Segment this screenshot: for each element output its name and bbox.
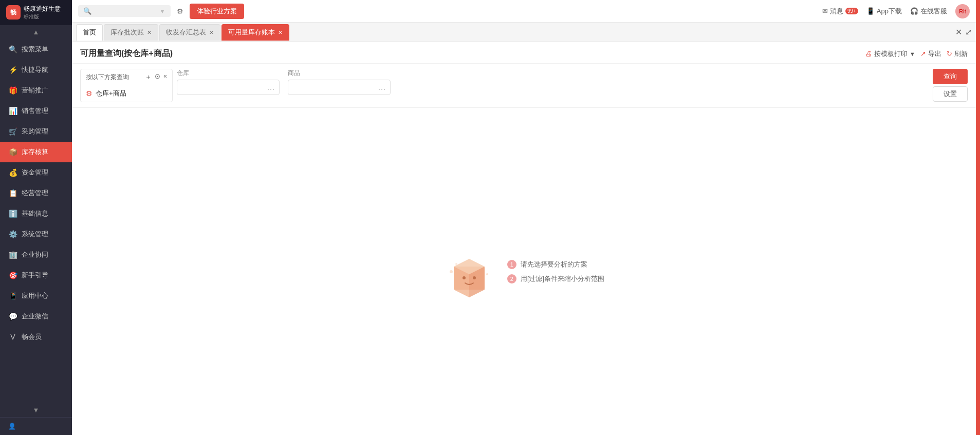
dropdown-arrow-print-icon[interactable]: ▼ (910, 51, 915, 57)
sidebar-item-purchase[interactable]: 🛒 采购管理 (0, 121, 72, 142)
empty-hint-1: 1 请先选择要分析的方案 (507, 260, 604, 269)
app-download-btn[interactable]: 📱 App下载 (866, 7, 902, 16)
sidebar-item-search[interactable]: 🔍 搜索菜单 (0, 39, 72, 60)
trial-btn[interactable]: 体验行业方案 (190, 4, 244, 19)
header-gear-icon[interactable]: ⚙ (175, 5, 186, 17)
app-title: 畅康通好生意 标准版 (24, 5, 61, 20)
sidebar-scroll-down[interactable]: ▼ (0, 403, 72, 417)
settings-scheme-icon[interactable]: ⊙ (155, 72, 160, 82)
sidebar-item-marketing[interactable]: 🎁 营销推广 (0, 80, 72, 101)
dropdown-arrow-icon[interactable]: ▼ (159, 8, 165, 15)
tab-batch-account[interactable]: 库存批次账 ✕ (104, 24, 158, 41)
sidebar-bottom-user[interactable]: 👤 (0, 417, 72, 435)
export-icon: ↗ (920, 50, 926, 58)
scheme-item-warehouse-goods[interactable]: ⚙ 仓库+商品 (81, 85, 172, 102)
sidebar: 畅 畅康通好生意 标准版 ▲ 🔍 搜索菜单 ⚡ 快捷导航 🎁 营销推广 📊 销售… (0, 0, 72, 435)
sidebar-item-system[interactable]: ⚙️ 系统管理 (0, 224, 72, 244)
sidebar-item-inventory[interactable]: 📦 库存核算 (0, 142, 72, 162)
top-header: 🔍 ▼ ⚙ 体验行业方案 ✉ 消息 99+ 📱 App下载 🎧 在线客服 Rit (72, 0, 976, 23)
sidebar-nav: 🔍 搜索菜单 ⚡ 快捷导航 🎁 营销推广 📊 销售管理 🛒 采购管理 📦 库存核… (0, 39, 72, 403)
cart-icon: 🛒 (8, 127, 17, 136)
main-area: 🔍 ▼ ⚙ 体验行业方案 ✉ 消息 99+ 📱 App下载 🎧 在线客服 Rit (72, 0, 976, 435)
wechat-icon: 💬 (8, 312, 17, 320)
sidebar-item-basic-info[interactable]: ℹ️ 基础信息 (0, 203, 72, 224)
svg-point-5 (473, 276, 476, 279)
scheme-item-icon: ⚙ (86, 89, 93, 98)
add-scheme-icon[interactable]: ＋ (145, 72, 152, 82)
building-icon: 🏢 (8, 251, 17, 259)
phone-icon: 📱 (866, 7, 875, 15)
sidebar-item-shortcut[interactable]: ⚡ 快捷导航 (0, 60, 72, 80)
warehouse-more-icon[interactable]: … (267, 83, 275, 92)
sidebar-item-vip[interactable]: V 畅会员 (0, 327, 72, 347)
page-title-actions: 🖨 按模板打印 ▼ ↗ 导出 ↻ 刷新 (865, 49, 968, 59)
scheme-header: 按以下方案查询 ＋ ⊙ « (81, 69, 172, 85)
vip-icon: V (8, 333, 17, 341)
empty-illustration (443, 246, 495, 297)
export-btn[interactable]: ↗ 导出 (920, 49, 941, 59)
empty-hints: 1 请先选择要分析的方案 2 用[过滤]条件来缩小分析范围 (507, 260, 604, 283)
query-btn[interactable]: 查询 (933, 69, 968, 84)
search-icon: 🔍 (8, 45, 17, 53)
message-btn[interactable]: ✉ 消息 99+ (822, 7, 858, 16)
sidebar-item-finance[interactable]: 💰 资金管理 (0, 162, 72, 183)
filter-group-goods: 商品 … (288, 69, 391, 95)
sidebar-scroll-up[interactable]: ▲ (0, 25, 72, 39)
tab-window-expand-btn[interactable]: ⤢ (965, 27, 972, 37)
tab-close-batch-account[interactable]: ✕ (147, 29, 152, 36)
svg-point-4 (463, 276, 466, 279)
sidebar-item-enterprise-wechat[interactable]: 💬 企业微信 (0, 306, 72, 327)
chart-icon: 📊 (8, 107, 17, 115)
money-icon: 💰 (8, 168, 17, 177)
empty-state: 1 请先选择要分析的方案 2 用[过滤]条件来缩小分析范围 (72, 108, 976, 435)
gift-icon: 🎁 (8, 86, 17, 94)
refresh-btn[interactable]: ↻ 刷新 (947, 49, 968, 59)
tab-window-close-btn[interactable]: ✕ (955, 27, 962, 37)
search-icon-header: 🔍 (83, 7, 91, 15)
tab-home[interactable]: 首页 (76, 24, 103, 41)
sidebar-item-newcomer[interactable]: 🎯 新手引导 (0, 265, 72, 286)
header-search-area[interactable]: 🔍 ▼ (78, 5, 171, 17)
hint-num-2: 2 (507, 274, 516, 283)
setting-btn[interactable]: 设置 (933, 86, 968, 102)
sidebar-item-enterprise[interactable]: 🏢 企业协同 (0, 244, 72, 265)
filter-group-warehouse: 仓库 … (177, 69, 280, 95)
headset-icon: 🎧 (910, 7, 918, 15)
gear-icon: ⚙️ (8, 230, 17, 238)
tab-receive-summary[interactable]: 收发存汇总表 ✕ (159, 24, 220, 41)
mobile-icon: 📱 (8, 292, 17, 300)
tab-close-receive-summary[interactable]: ✕ (209, 29, 214, 36)
info-icon: ℹ️ (8, 210, 17, 218)
user-menu[interactable]: Rit (955, 4, 970, 18)
right-sidebar-accent (976, 0, 980, 435)
filter-actions: 查询 设置 (933, 69, 968, 102)
filter-label-warehouse: 仓库 (177, 69, 280, 78)
collapse-scheme-icon[interactable]: « (163, 72, 167, 82)
goods-more-icon[interactable]: … (378, 83, 386, 92)
tab-available-ledger[interactable]: 可用量库存账本 ✕ (221, 24, 289, 41)
print-template-btn[interactable]: 🖨 按模板打印 ▼ (865, 49, 915, 59)
scheme-header-actions: ＋ ⊙ « (145, 72, 167, 82)
tab-bar: 首页 库存批次账 ✕ 收发存汇总表 ✕ 可用量库存账本 ✕ ✕ ⤢ (72, 23, 976, 42)
filter-area: 仓库 … 商品 … (177, 69, 929, 95)
header-right: ✉ 消息 99+ 📱 App下载 🎧 在线客服 Rit (822, 4, 970, 18)
tab-close-available-ledger[interactable]: ✕ (278, 29, 283, 36)
filter-input-warehouse[interactable]: … (177, 80, 280, 95)
avatar: Rit (955, 4, 970, 18)
empty-hint-2: 2 用[过滤]条件来缩小分析范围 (507, 274, 604, 283)
sidebar-item-app-center[interactable]: 📱 应用中心 (0, 286, 72, 306)
online-service-btn[interactable]: 🎧 在线客服 (910, 7, 947, 16)
page-content: 可用量查询(按仓库+商品) 🖨 按模板打印 ▼ ↗ 导出 ↻ 刷新 (72, 42, 976, 435)
sidebar-header: 畅 畅康通好生意 标准版 (0, 0, 72, 25)
filter-input-goods[interactable]: … (288, 80, 391, 95)
header-search-input[interactable] (95, 8, 156, 15)
page-title-bar: 可用量查询(按仓库+商品) 🖨 按模板打印 ▼ ↗ 导出 ↻ 刷新 (72, 42, 976, 64)
svg-point-7 (486, 273, 488, 275)
sidebar-item-sales[interactable]: 📊 销售管理 (0, 101, 72, 121)
hint-num-1: 1 (507, 260, 516, 269)
tab-bar-actions: ✕ ⤢ (955, 27, 972, 37)
page-title: 可用量查询(按仓库+商品) (80, 48, 173, 59)
scheme-panel: 按以下方案查询 ＋ ⊙ « ⚙ 仓库+商品 (80, 69, 173, 102)
svg-point-6 (450, 270, 453, 273)
sidebar-item-operations[interactable]: 📋 经营管理 (0, 183, 72, 203)
